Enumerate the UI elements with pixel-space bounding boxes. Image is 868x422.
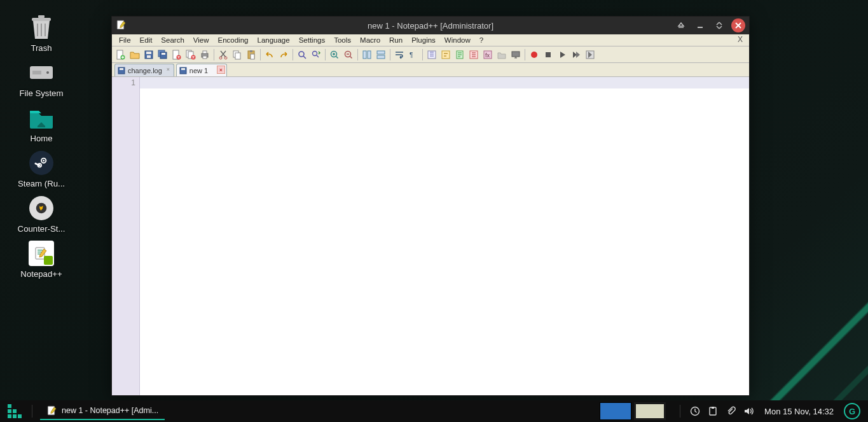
svg-rect-18 [162,53,165,55]
menu-edit[interactable]: Edit [135,36,157,45]
menu-macro[interactable]: Macro [355,36,385,45]
maximize-button[interactable] [712,18,726,32]
save-state-icon [179,67,187,74]
find-icon[interactable] [296,48,308,61]
folder-workspace-icon[interactable] [495,48,508,61]
svg-rect-33 [251,54,254,59]
svg-rect-56 [181,68,185,70]
sync-v-icon[interactable] [361,48,373,61]
desktop-icon-notepadpp[interactable]: Notepad++ [6,240,76,279]
menu-window[interactable]: Window [440,36,475,45]
save-icon[interactable] [142,48,155,61]
menu-view[interactable]: View [189,36,214,45]
tab-label: change.log [128,67,162,74]
save-macro-icon[interactable] [584,48,596,61]
play-multi-icon[interactable] [570,48,582,61]
window-titlebar[interactable]: new 1 - Notepad++ [Administrator] [112,17,749,34]
minimize-button[interactable] [693,18,707,32]
tab-change-log[interactable]: change.log × [114,64,174,76]
record-macro-icon[interactable] [528,48,541,61]
save-all-icon[interactable] [156,48,169,61]
svg-rect-32 [250,50,252,52]
keep-above-button[interactable] [674,18,688,32]
menu-file[interactable]: File [114,36,135,45]
desktop-icon-trash[interactable]: Trash [6,14,76,53]
desktop-label: Home [6,134,76,143]
doc-list-icon[interactable] [467,48,480,61]
toolbar: ¶ fx [112,46,749,63]
svg-rect-41 [377,55,385,59]
desktop-icon-filesystem[interactable]: File System [6,59,76,98]
close-all-icon[interactable] [184,48,197,61]
notepadpp-icon [46,405,58,416]
cs-icon [28,195,55,222]
editor-area: 1 [112,77,749,395]
cut-icon[interactable] [217,48,230,61]
svg-point-3 [46,71,49,74]
indent-guide-icon[interactable] [425,48,438,61]
svg-text:fx: fx [485,52,490,59]
menu-help[interactable]: ? [475,36,488,45]
sync-h-icon[interactable] [375,48,387,61]
menu-encoding[interactable]: Encoding [214,36,253,45]
redo-icon[interactable] [277,48,290,61]
zoom-out-icon[interactable] [342,48,355,61]
svg-rect-49 [512,52,520,57]
svg-rect-26 [203,56,207,59]
update-icon[interactable] [689,405,701,417]
workspace-1[interactable] [600,402,631,420]
desktop-icon-steam[interactable]: Steam (Ru... [6,150,76,188]
open-file-icon[interactable] [128,48,141,61]
tab-new-1[interactable]: new 1 × [176,64,227,76]
menu-run[interactable]: Run [385,36,407,45]
new-file-icon[interactable] [114,48,127,61]
clock[interactable]: Mon 15 Nov, 14:32 [761,407,837,416]
wrap-icon[interactable] [393,48,406,61]
svg-rect-60 [712,407,714,409]
text-area[interactable] [140,77,749,395]
paste-icon[interactable] [245,48,258,61]
udl-icon[interactable] [439,48,452,61]
undo-icon[interactable] [263,48,276,61]
volume-icon[interactable] [743,405,754,417]
app-icon [116,19,127,31]
svg-rect-30 [235,53,240,59]
desktop-label: Steam (Ru... [6,179,76,188]
start-menu-button[interactable] [4,403,25,419]
svg-rect-4 [32,71,41,74]
stop-macro-icon[interactable] [542,48,555,61]
copy-icon[interactable] [231,48,244,61]
mdi-close-icon[interactable]: X [735,35,745,44]
desktop-icon-home[interactable]: Home [6,104,76,143]
monitor-icon[interactable] [509,48,522,61]
desktop-label: File System [6,88,76,98]
notepadpp-icon [28,240,55,267]
workspace-2[interactable] [634,402,666,420]
show-all-icon[interactable]: ¶ [407,48,420,61]
menu-search[interactable]: Search [156,36,188,45]
menu-language[interactable]: Language [252,36,294,45]
zoom-in-icon[interactable] [328,48,341,61]
tab-close-icon[interactable]: × [217,66,225,74]
svg-text:¶: ¶ [410,52,413,59]
func-list-icon[interactable]: fx [481,48,494,61]
clipboard-icon[interactable] [707,405,719,417]
close-file-icon[interactable] [170,48,183,61]
grammarly-button[interactable]: G [844,403,860,419]
play-macro-icon[interactable] [556,48,568,61]
replace-icon[interactable] [310,48,322,61]
menu-plugins[interactable]: Plugins [407,36,440,45]
taskbar-app-notepadpp[interactable]: new 1 - Notepad++ [Admi... [40,402,165,420]
taskbar: new 1 - Notepad++ [Admi... Mon 15 Nov, 1… [0,400,868,422]
desktop-label: Notepad++ [6,269,76,279]
menu-settings[interactable]: Settings [294,36,330,45]
svg-point-35 [313,51,317,55]
print-icon[interactable] [198,48,211,61]
doc-map-icon[interactable] [453,48,466,61]
menu-tools[interactable]: Tools [329,36,355,45]
tab-close-icon[interactable]: × [164,66,172,74]
desktop-icon-cs[interactable]: Counter-St... [6,195,76,234]
close-button[interactable] [731,18,745,32]
attachment-icon[interactable] [725,405,736,417]
current-line-highlight [140,77,749,88]
